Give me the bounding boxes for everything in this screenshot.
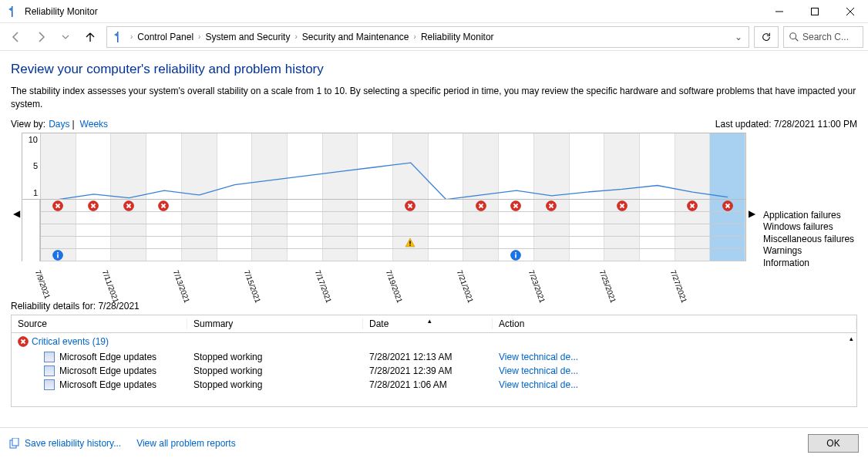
breadcrumb-item[interactable]: System and Security xyxy=(204,32,291,42)
view-technical-details-link[interactable]: View technical de... xyxy=(499,379,578,390)
event-cell[interactable] xyxy=(111,200,146,211)
view-weeks-link[interactable]: Weeks xyxy=(80,119,108,130)
event-cell[interactable] xyxy=(41,200,76,211)
detail-row[interactable]: Microsoft Edge updatesStopped working7/2… xyxy=(12,350,856,364)
event-cell[interactable] xyxy=(217,212,253,224)
event-cell[interactable] xyxy=(675,200,711,211)
event-cell[interactable] xyxy=(570,249,605,261)
col-action[interactable]: Action xyxy=(493,318,856,329)
event-cell[interactable] xyxy=(111,237,146,248)
event-cell[interactable] xyxy=(640,212,675,224)
view-technical-details-link[interactable]: View technical de... xyxy=(499,365,578,376)
event-cell[interactable] xyxy=(675,224,711,236)
event-cell[interactable] xyxy=(604,212,640,224)
event-cell[interactable] xyxy=(217,200,253,211)
search-input[interactable]: Search C... xyxy=(783,26,863,48)
event-cell[interactable] xyxy=(604,200,640,211)
event-cell[interactable] xyxy=(252,249,288,261)
event-cell[interactable] xyxy=(393,224,429,236)
forward-button[interactable] xyxy=(29,25,52,49)
event-cell[interactable] xyxy=(358,237,393,248)
event-cell[interactable] xyxy=(182,224,217,236)
event-cell[interactable] xyxy=(358,200,393,211)
maximize-button[interactable] xyxy=(797,0,833,22)
event-cell[interactable] xyxy=(534,212,570,224)
chevron-down-icon[interactable]: ⌄ xyxy=(728,32,749,42)
event-cell[interactable] xyxy=(429,212,464,224)
event-cell[interactable] xyxy=(429,249,464,261)
event-cell[interactable] xyxy=(41,249,76,261)
event-cell[interactable] xyxy=(429,237,464,248)
event-cell[interactable] xyxy=(463,200,499,211)
breadcrumb-item[interactable]: Reliability Monitor xyxy=(419,32,496,42)
event-cell[interactable] xyxy=(182,237,217,248)
event-cell[interactable] xyxy=(570,212,605,224)
event-cell[interactable] xyxy=(358,212,393,224)
save-history-link[interactable]: Save reliability history... xyxy=(9,438,121,449)
up-button[interactable] xyxy=(79,25,102,49)
event-cell[interactable] xyxy=(111,212,146,224)
event-cell[interactable] xyxy=(534,224,570,236)
event-cell[interactable] xyxy=(640,237,675,248)
event-cell[interactable] xyxy=(393,249,429,261)
event-cell[interactable] xyxy=(710,200,745,211)
event-cell[interactable] xyxy=(182,249,217,261)
event-cell[interactable] xyxy=(288,224,323,236)
event-cell[interactable] xyxy=(675,237,711,248)
event-cell[interactable] xyxy=(534,249,570,261)
event-cell[interactable] xyxy=(41,237,76,248)
event-cell[interactable] xyxy=(252,224,288,236)
event-cell[interactable] xyxy=(570,224,605,236)
event-cell[interactable] xyxy=(570,200,605,211)
address-bar[interactable]: › Control Panel › System and Security › … xyxy=(106,26,749,48)
event-cell[interactable] xyxy=(41,224,76,236)
event-cell[interactable] xyxy=(429,200,464,211)
breadcrumb-item[interactable]: Security and Maintenance xyxy=(301,32,411,42)
event-cell[interactable] xyxy=(393,200,429,211)
event-cell[interactable] xyxy=(217,224,253,236)
event-cell[interactable] xyxy=(710,249,745,261)
event-cell[interactable] xyxy=(499,212,534,224)
event-cell[interactable] xyxy=(323,249,358,261)
refresh-button[interactable] xyxy=(754,26,779,48)
event-cell[interactable] xyxy=(76,237,112,248)
group-critical-events[interactable]: Critical events (19) xyxy=(12,333,856,350)
event-cell[interactable] xyxy=(499,200,534,211)
event-cell[interactable] xyxy=(640,249,675,261)
event-cell[interactable] xyxy=(710,237,745,248)
event-cell[interactable] xyxy=(252,200,288,211)
event-cell[interactable] xyxy=(604,224,640,236)
event-cell[interactable] xyxy=(288,249,323,261)
event-cell[interactable] xyxy=(499,249,534,261)
event-cell[interactable] xyxy=(288,200,323,211)
event-cell[interactable] xyxy=(146,249,182,261)
event-cell[interactable] xyxy=(146,200,182,211)
event-cell[interactable] xyxy=(534,237,570,248)
event-cell[interactable] xyxy=(675,212,711,224)
view-technical-details-link[interactable]: View technical de... xyxy=(499,352,578,362)
event-cell[interactable] xyxy=(288,212,323,224)
event-cell[interactable] xyxy=(182,200,217,211)
event-cell[interactable] xyxy=(358,249,393,261)
details-body[interactable]: ▴ Critical events (19) Microsoft Edge up… xyxy=(11,333,857,407)
event-cell[interactable] xyxy=(675,249,711,261)
view-all-reports-link[interactable]: View all problem reports xyxy=(136,438,236,449)
event-cell[interactable] xyxy=(570,237,605,248)
event-cell[interactable] xyxy=(604,237,640,248)
event-cell[interactable] xyxy=(111,249,146,261)
event-cell[interactable] xyxy=(463,249,499,261)
col-date[interactable]: Date▴ xyxy=(363,318,493,329)
event-cell[interactable] xyxy=(182,212,217,224)
event-cell[interactable] xyxy=(76,200,112,211)
event-cell[interactable] xyxy=(323,212,358,224)
col-source[interactable]: Source xyxy=(12,318,187,329)
chart-scroll-left[interactable]: ◀ xyxy=(11,133,22,295)
event-cell[interactable] xyxy=(111,224,146,236)
event-cell[interactable] xyxy=(604,249,640,261)
event-cell[interactable] xyxy=(41,212,76,224)
event-cell[interactable] xyxy=(710,224,745,236)
event-cell[interactable] xyxy=(463,224,499,236)
event-cell[interactable] xyxy=(393,237,429,248)
event-cell[interactable] xyxy=(252,212,288,224)
event-cell[interactable] xyxy=(252,237,288,248)
